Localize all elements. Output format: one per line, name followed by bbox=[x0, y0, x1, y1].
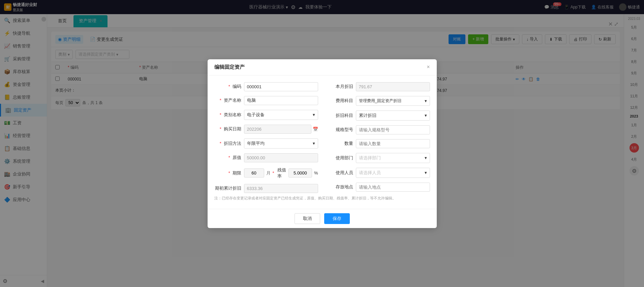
form-item-expense-subject: 费用科目 管理费用_固定资产折旧 ▾ bbox=[326, 96, 430, 106]
name-input[interactable] bbox=[244, 96, 318, 105]
department-placeholder: 请选择部门 bbox=[359, 155, 381, 161]
form-item-quantity: 数量 bbox=[326, 139, 430, 148]
person-label: 使用人员 bbox=[326, 170, 353, 176]
residual-rate-unit: % bbox=[314, 170, 318, 176]
init-accumulated-input[interactable] bbox=[244, 184, 318, 193]
form-item-monthly-depreciation: 本月折旧 bbox=[326, 82, 430, 91]
expense-subject-select[interactable]: 管理费用_固定资产折旧 ▾ bbox=[356, 96, 430, 106]
spec-input[interactable] bbox=[356, 125, 430, 134]
form-item-location: 存放地点 bbox=[326, 183, 430, 192]
period-row: 月 * 残值率 % bbox=[244, 167, 318, 179]
depreciation-subject-label: 折旧科目 bbox=[326, 113, 353, 119]
spec-label: 规格型号 bbox=[326, 127, 353, 133]
original-value-label: * 原值 bbox=[214, 155, 241, 161]
notice-text: 注：已经存在变更记录或者对应固定资产已经生成凭证，原值、购买日期、残值率、累计折… bbox=[214, 193, 430, 202]
quantity-label: 数量 bbox=[326, 140, 353, 147]
purchase-date-input[interactable] bbox=[244, 125, 311, 134]
period-unit: 月 bbox=[266, 170, 271, 176]
modal-header: 编辑固定资产 × bbox=[208, 59, 437, 75]
category-label: * 类别名称 bbox=[214, 112, 241, 118]
original-value-input[interactable] bbox=[244, 153, 318, 162]
modal-body: * 编码 * 资产名称 bbox=[208, 75, 437, 209]
form-item-code: * 编码 bbox=[214, 82, 318, 91]
person-placeholder: 请选择人员 bbox=[359, 170, 381, 176]
form-item-spec: 规格型号 bbox=[326, 125, 430, 134]
department-select[interactable]: 请选择部门 ▾ bbox=[356, 153, 430, 163]
department-dropdown-icon: ▾ bbox=[425, 155, 427, 160]
category-value: 电子设备 bbox=[247, 112, 265, 118]
save-button[interactable]: 保存 bbox=[324, 213, 350, 224]
person-dropdown-icon: ▾ bbox=[425, 170, 427, 175]
monthly-depreciation-label: 本月折旧 bbox=[326, 84, 353, 90]
code-input[interactable] bbox=[244, 82, 318, 91]
form-item-name: * 资产名称 bbox=[214, 96, 318, 105]
cancel-button[interactable]: 取消 bbox=[295, 213, 320, 224]
residual-rate-label: 残值率 bbox=[277, 167, 286, 179]
modal-footer: 取消 保存 bbox=[208, 209, 437, 228]
modal-overlay: 编辑固定资产 × * 编码 bbox=[0, 0, 644, 287]
form-item-person: 使用人员 请选择人员 ▾ bbox=[326, 168, 430, 178]
department-label: 使用部门 bbox=[326, 155, 353, 161]
form-item-init-accumulated: 期初累计折旧 bbox=[214, 184, 318, 193]
form-item-purchase-date: * 购买日期 📅 bbox=[214, 125, 318, 134]
residual-rate-input[interactable] bbox=[288, 168, 312, 178]
expense-subject-dropdown-icon: ▾ bbox=[425, 98, 427, 103]
period-input[interactable] bbox=[244, 168, 264, 178]
edit-asset-modal: 编辑固定资产 × * 编码 bbox=[208, 59, 437, 228]
category-dropdown-icon: ▾ bbox=[313, 112, 315, 117]
right-column: 本月折旧 费用科目 管理费用_固定资产折旧 ▾ 折旧科目 bbox=[326, 82, 430, 193]
person-select[interactable]: 请选择人员 ▾ bbox=[356, 168, 430, 178]
depreciation-subject-dropdown-icon: ▾ bbox=[425, 113, 427, 118]
left-column: * 编码 * 资产名称 bbox=[214, 82, 318, 193]
depreciation-subject-value: 累计折旧 bbox=[359, 113, 376, 119]
form-item-original-value: * 原值 bbox=[214, 153, 318, 162]
modal-title: 编辑固定资产 bbox=[214, 64, 245, 70]
depreciation-subject-select[interactable]: 累计折旧 ▾ bbox=[356, 110, 430, 121]
form-item-period: * 期限 月 * 残值率 % bbox=[214, 167, 318, 179]
form-item-depreciation-method: * 折旧方法 年限平均 ▾ bbox=[214, 138, 318, 149]
depreciation-method-label: * 折旧方法 bbox=[214, 140, 241, 147]
location-input[interactable] bbox=[356, 183, 430, 192]
form-grid: * 编码 * 资产名称 bbox=[214, 82, 430, 193]
init-accumulated-label: 期初累计折旧 bbox=[214, 185, 241, 191]
period-label: * 期限 bbox=[214, 170, 241, 176]
depreciation-method-select[interactable]: 年限平均 ▾ bbox=[244, 138, 318, 149]
form-item-department: 使用部门 请选择部门 ▾ bbox=[326, 153, 430, 163]
depreciation-method-value: 年限平均 bbox=[247, 140, 265, 147]
expense-subject-label: 费用科目 bbox=[326, 98, 353, 104]
modal-close-btn[interactable]: × bbox=[427, 64, 430, 70]
form-item-category: * 类别名称 电子设备 ▾ bbox=[214, 110, 318, 120]
depreciation-method-dropdown-icon: ▾ bbox=[313, 141, 315, 146]
location-label: 存放地点 bbox=[326, 184, 353, 190]
calendar-icon[interactable]: 📅 bbox=[313, 127, 318, 132]
monthly-depreciation-input bbox=[356, 82, 430, 91]
expense-subject-value: 管理费用_固定资产折旧 bbox=[359, 98, 402, 104]
purchase-date-label: * 购买日期 bbox=[214, 126, 241, 132]
quantity-input[interactable] bbox=[356, 139, 430, 148]
category-select[interactable]: 电子设备 ▾ bbox=[244, 110, 318, 120]
code-label: * 编码 bbox=[214, 84, 241, 90]
name-label: * 资产名称 bbox=[214, 97, 241, 103]
form-item-depreciation-subject: 折旧科目 累计折旧 ▾ bbox=[326, 110, 430, 121]
